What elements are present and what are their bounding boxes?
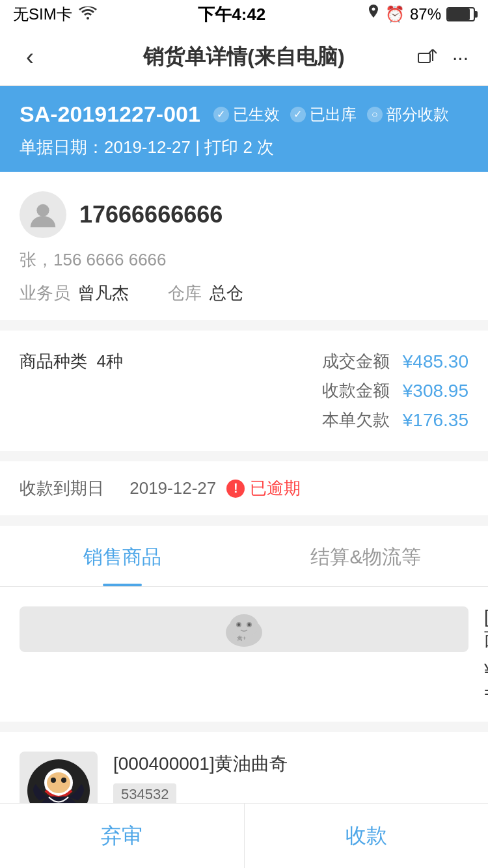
stats-right: 成交金额 ¥485.30 收款金额 ¥308.95 本单欠款 ¥176.35: [244, 350, 468, 431]
bottom-bar: 弃审 收款: [0, 803, 488, 868]
carrier-label: 无SIM卡: [13, 4, 72, 25]
battery-icon: [446, 7, 475, 21]
customer-phone: 17666666666: [79, 201, 223, 228]
product-price-1: ¥40 x 5 袋 = ¥199.99: [484, 658, 488, 702]
product-name-1: [0000002]面包: [484, 606, 488, 652]
status-left: 无SIM卡: [13, 4, 97, 25]
debt-value: ¥176.35: [403, 410, 468, 431]
sales-person-item: 业务员 曾凡杰: [20, 282, 129, 305]
status-active: ✓ 已生效: [213, 104, 280, 125]
status-bar: 无SIM卡 下午4:42 ⏰ 87%: [0, 0, 488, 29]
avatar: [20, 191, 66, 238]
nav-actions: ···: [416, 44, 468, 70]
deal-amount-row: 成交金额 ¥485.30: [322, 350, 468, 373]
clock-icon: ○: [367, 107, 383, 122]
status-partial: ○ 部分收款: [367, 104, 449, 125]
tab-settlement[interactable]: 结算&物流等: [244, 526, 488, 586]
category-item: 商品种类 4种: [20, 350, 244, 373]
overdue-text: 已逾期: [250, 477, 301, 500]
svg-rect-0: [418, 53, 430, 62]
product-image-1: 禽+: [20, 606, 468, 652]
product-info-1: [0000002]面包 ¥40 x 5 袋 = ¥199.99: [484, 606, 488, 702]
warehouse-item: 仓库 总仓: [168, 282, 243, 305]
customer-row: 17666666666: [20, 191, 468, 238]
due-date-value: 2019-12-27: [129, 478, 216, 498]
back-button[interactable]: ‹: [20, 37, 40, 77]
due-date-label: 收款到期日: [20, 477, 104, 500]
order-banner: SA-20191227-001 ✓ 已生效 ✓ 已出库 ○ 部分收款 单据日期：…: [0, 86, 488, 172]
payment-value: ¥308.95: [403, 381, 468, 401]
sales-person-value: 曾凡杰: [78, 282, 129, 305]
status-right: ⏰ 87%: [367, 5, 475, 24]
product-tag-2: 534532: [113, 783, 176, 806]
check-icon-1: ✓: [213, 107, 229, 122]
svg-point-7: [248, 623, 251, 626]
share-button[interactable]: [416, 44, 437, 70]
confirm-button[interactable]: 收款: [245, 804, 489, 868]
svg-point-6: [237, 623, 240, 626]
payment-label: 收款金额: [322, 379, 390, 402]
cancel-label: 弃审: [101, 822, 142, 850]
order-date: 单据日期：2019-12-27 | 打印 2 次: [20, 136, 468, 159]
tab1-label: 销售商品: [83, 546, 161, 567]
due-section: 收款到期日 2019-12-27 ! 已逾期: [0, 461, 488, 515]
svg-point-13: [61, 778, 66, 783]
eq-1: =: [484, 682, 488, 701]
cancel-button[interactable]: 弃审: [0, 804, 245, 868]
status-shipped: ✓ 已出库: [290, 104, 357, 125]
status-time: 下午4:42: [198, 3, 265, 26]
status-badges: ✓ 已生效 ✓ 已出库 ○ 部分收款: [213, 104, 449, 125]
tabs-section: 销售商品 结算&物流等: [0, 526, 488, 587]
category-value: 4种: [96, 351, 122, 371]
warehouse-value: 总仓: [210, 282, 243, 305]
price-base-1: ¥40: [484, 660, 488, 679]
warehouse-label: 仓库: [168, 282, 202, 305]
svg-point-11: [47, 772, 70, 793]
tabs-row: 销售商品 结算&物流等: [0, 526, 488, 587]
location-icon: [367, 5, 380, 24]
deal-value: ¥485.30: [403, 351, 468, 372]
status-active-label: 已生效: [233, 104, 280, 125]
category-label: 商品种类: [20, 351, 87, 371]
stats-left: 商品种类 4种: [20, 350, 244, 377]
order-id-row: SA-20191227-001 ✓ 已生效 ✓ 已出库 ○ 部分收款: [20, 102, 468, 127]
customer-name-detail: 张，156 6666 6666: [20, 249, 468, 271]
customer-section: 17666666666 张，156 6666 6666 业务员 曾凡杰 仓库 总…: [0, 172, 488, 320]
product-name-2: [000400001]黄油曲奇: [113, 752, 468, 776]
overdue-icon: !: [226, 480, 245, 498]
debt-amount-row: 本单欠款 ¥176.35: [322, 409, 468, 431]
sales-person-label: 业务员: [20, 282, 70, 305]
status-shipped-label: 已出库: [310, 104, 357, 125]
order-id: SA-20191227-001: [20, 102, 200, 127]
deal-label: 成交金额: [322, 350, 390, 373]
payment-amount-row: 收款金额 ¥308.95: [322, 379, 468, 402]
confirm-label: 收款: [346, 822, 387, 850]
svg-point-12: [51, 778, 56, 783]
svg-point-3: [230, 614, 258, 638]
battery-label: 87%: [410, 5, 441, 23]
svg-point-1: [36, 204, 49, 217]
debt-label: 本单欠款: [322, 409, 390, 431]
check-icon-2: ✓: [290, 107, 306, 122]
wifi-icon: [79, 5, 97, 23]
tab2-label: 结算&物流等: [310, 546, 421, 567]
alarm-icon: ⏰: [385, 5, 405, 23]
overdue-badge: ! 已逾期: [226, 477, 301, 500]
more-button[interactable]: ···: [452, 46, 468, 68]
page-title: 销货单详情(来自电脑): [143, 43, 344, 72]
nav-bar: ‹ 销货单详情(来自电脑) ···: [0, 29, 488, 86]
stats-section: 商品种类 4种 成交金额 ¥485.30 收款金额 ¥308.95 本单欠款 ¥…: [0, 331, 488, 451]
status-partial-label: 部分收款: [386, 104, 449, 125]
tab-underline: [103, 584, 142, 586]
tab-sales-products[interactable]: 销售商品: [0, 526, 244, 586]
svg-text:禽+: 禽+: [237, 635, 246, 642]
customer-meta: 业务员 曾凡杰 仓库 总仓: [20, 282, 468, 305]
table-row: 禽+ [0000002]面包 ¥40 x 5 袋 = ¥199.99: [0, 587, 488, 722]
